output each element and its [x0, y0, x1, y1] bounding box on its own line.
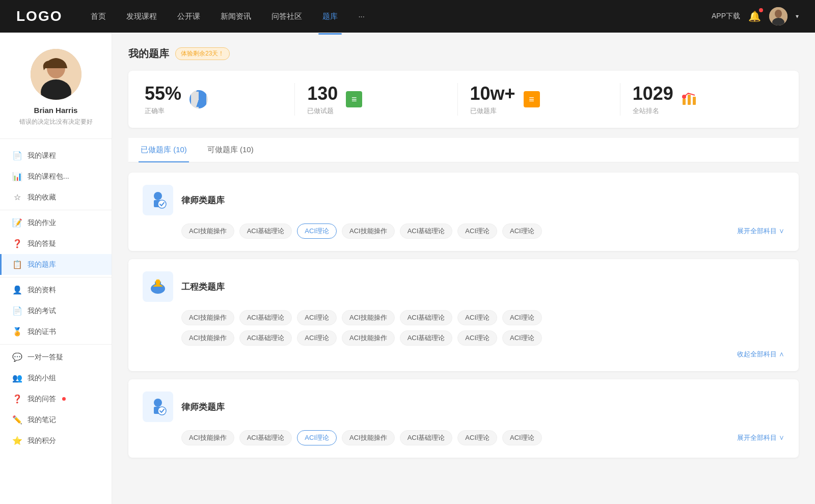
nav-discover[interactable]: 发现课程 — [122, 10, 161, 23]
tag-1-6[interactable]: ACI理论 — [502, 223, 542, 239]
tag-2s-1[interactable]: ACI基础理论 — [239, 330, 292, 346]
svg-rect-16 — [156, 279, 159, 281]
sidebar-item-label: 我的答疑 — [28, 239, 56, 248]
user-avatar[interactable] — [769, 7, 787, 25]
rank-icon — [682, 90, 698, 109]
trial-badge: 体验剩余23天！ — [175, 47, 230, 60]
svg-point-1 — [775, 10, 782, 18]
tab-done[interactable]: 已做题库 (10) — [139, 138, 189, 162]
sidebar-item-qa[interactable]: ❓ 我的答疑 — [0, 233, 112, 254]
bank-title-2: 工程类题库 — [181, 281, 225, 293]
main-content: 我的题库 体验剩余23天！ 55% 正确率 130 已做试题 ≡ — [112, 33, 815, 504]
stat-done-number: 130 — [307, 83, 338, 104]
tags-row-3: ACI技能操作 ACI基础理论 ACI理论 ACI技能操作 ACI基础理论 AC… — [181, 430, 784, 445]
engineer-bank-icon — [143, 271, 173, 302]
page-title: 我的题库 — [128, 47, 169, 61]
tags-row-1: ACI技能操作 ACI基础理论 ACI理论 ACI技能操作 ACI基础理论 AC… — [181, 223, 784, 239]
svg-point-12 — [158, 200, 166, 208]
nav-more[interactable]: ··· — [354, 10, 369, 23]
tag-2s-6[interactable]: ACI理论 — [502, 330, 542, 346]
sidebar-item-label: 我的笔记 — [28, 415, 56, 425]
sidebar-item-my-qa[interactable]: ❓ 我的问答 — [0, 388, 112, 409]
bank-title-1: 律师类题库 — [181, 194, 225, 206]
sidebar-item-collection[interactable]: ☆ 我的收藏 — [0, 187, 112, 208]
tag-2-1[interactable]: ACI基础理论 — [239, 310, 292, 325]
svg-rect-7 — [688, 95, 691, 105]
sidebar-item-exam[interactable]: 📄 我的考试 — [0, 300, 112, 321]
sidebar-item-course-package[interactable]: 📊 我的课程包... — [0, 166, 112, 187]
tag-2-5[interactable]: ACI理论 — [457, 310, 497, 325]
tag-3-1[interactable]: ACI基础理论 — [239, 430, 292, 445]
expand-link-1[interactable]: 展开全部科目 ∨ — [737, 227, 784, 236]
page-wrapper: Brian Harris 错误的决定比没有决定要好 📄 我的课程 📊 我的课程包… — [0, 33, 815, 504]
stat-accuracy-left: 55% 正确率 — [145, 83, 181, 116]
expand-link-3[interactable]: 展开全部科目 ∨ — [737, 433, 784, 442]
svg-point-10 — [154, 192, 162, 200]
profile-name: Brian Harris — [34, 106, 78, 115]
tag-3-2[interactable]: ACI理论 — [297, 430, 337, 445]
tag-2s-4[interactable]: ACI基础理论 — [400, 330, 453, 346]
qa-red-dot — [62, 397, 66, 401]
collection-icon: ☆ — [12, 192, 22, 202]
stat-accuracy-label: 正确率 — [145, 106, 181, 116]
tag-1-4[interactable]: ACI基础理论 — [400, 223, 453, 239]
sidebar-item-certificate[interactable]: 🏅 我的证书 — [0, 321, 112, 342]
tag-1-1[interactable]: ACI基础理论 — [239, 223, 292, 239]
sidebar-item-label: 我的问答 — [28, 395, 56, 404]
sidebar-item-label: 我的课程 — [28, 151, 56, 160]
tag-2s-0[interactable]: ACI技能操作 — [181, 330, 234, 346]
quiz-bank-icon: 📋 — [12, 260, 22, 269]
sidebar-item-homework[interactable]: 📝 我的作业 — [0, 212, 112, 233]
sidebar-item-profile[interactable]: 👤 我的资料 — [0, 279, 112, 300]
sidebar-item-one-on-one[interactable]: 💬 一对一答疑 — [0, 347, 112, 368]
tag-1-2[interactable]: ACI理论 — [297, 223, 337, 239]
tag-2s-2[interactable]: ACI理论 — [297, 330, 337, 346]
sidebar-item-points[interactable]: ⭐ 我的积分 — [0, 430, 112, 451]
nav-news[interactable]: 新闻资讯 — [216, 10, 255, 23]
note-icon: ≡ — [346, 91, 362, 107]
nav-home[interactable]: 首页 — [87, 10, 110, 23]
tab-available[interactable]: 可做题库 (10) — [205, 138, 256, 162]
nav-open-course[interactable]: 公开课 — [173, 10, 204, 23]
certificate-icon: 🏅 — [12, 327, 22, 337]
bank-card-header-2: 工程类题库 — [143, 271, 784, 302]
stat-banks-label: 已做题库 — [470, 106, 515, 116]
tag-3-4[interactable]: ACI基础理论 — [400, 430, 453, 445]
tags-row-2: ACI技能操作 ACI基础理论 ACI理论 ACI技能操作 ACI基础理论 AC… — [181, 310, 784, 325]
nav-quiz[interactable]: 题库 — [318, 10, 342, 23]
tag-3-6[interactable]: ACI理论 — [502, 430, 542, 445]
nav-qa[interactable]: 问答社区 — [267, 10, 306, 23]
tag-1-5[interactable]: ACI理论 — [457, 223, 497, 239]
tag-2-3[interactable]: ACI技能操作 — [342, 310, 395, 325]
sidebar-item-group[interactable]: 👥 我的小组 — [0, 368, 112, 388]
app-download-button[interactable]: APP下载 — [712, 12, 740, 21]
sidebar-item-label: 我的证书 — [28, 327, 56, 337]
tag-2s-3[interactable]: ACI技能操作 — [342, 330, 395, 346]
sidebar-item-label: 我的小组 — [28, 374, 56, 383]
tag-3-3[interactable]: ACI技能操作 — [342, 430, 395, 445]
stat-rank: 1029 全站排名 — [620, 83, 782, 116]
tag-3-5[interactable]: ACI理论 — [457, 430, 497, 445]
points-icon: ⭐ — [12, 436, 22, 445]
tag-2-0[interactable]: ACI技能操作 — [181, 310, 234, 325]
user-dropdown-arrow[interactable]: ▾ — [796, 13, 799, 20]
tag-2s-5[interactable]: ACI理论 — [457, 330, 497, 346]
nav-right: APP下载 🔔 ▾ — [712, 7, 799, 25]
tag-1-3[interactable]: ACI技能操作 — [342, 223, 395, 239]
stat-rank-left: 1029 全站排名 — [633, 83, 673, 116]
stat-rank-label: 全站排名 — [633, 106, 673, 116]
divider-2 — [0, 277, 112, 277]
tag-2-4[interactable]: ACI基础理论 — [400, 310, 453, 325]
notification-bell[interactable]: 🔔 — [748, 10, 761, 22]
tag-3-0[interactable]: ACI技能操作 — [181, 430, 234, 445]
sidebar-item-course[interactable]: 📄 我的课程 — [0, 145, 112, 166]
sidebar-item-quiz-bank[interactable]: 📋 我的题库 — [0, 254, 112, 275]
tag-1-0[interactable]: ACI技能操作 — [181, 223, 234, 239]
collapse-row-2: 收起全部科目 ∧ — [181, 350, 784, 359]
page-header: 我的题库 体验剩余23天！ — [128, 47, 799, 61]
collapse-link-2[interactable]: 收起全部科目 ∧ — [737, 350, 784, 359]
sidebar-item-notes[interactable]: ✏️ 我的笔记 — [0, 409, 112, 430]
profile-avatar — [31, 49, 82, 100]
tag-2-2[interactable]: ACI理论 — [297, 310, 337, 325]
tag-2-6[interactable]: ACI理论 — [502, 310, 542, 325]
